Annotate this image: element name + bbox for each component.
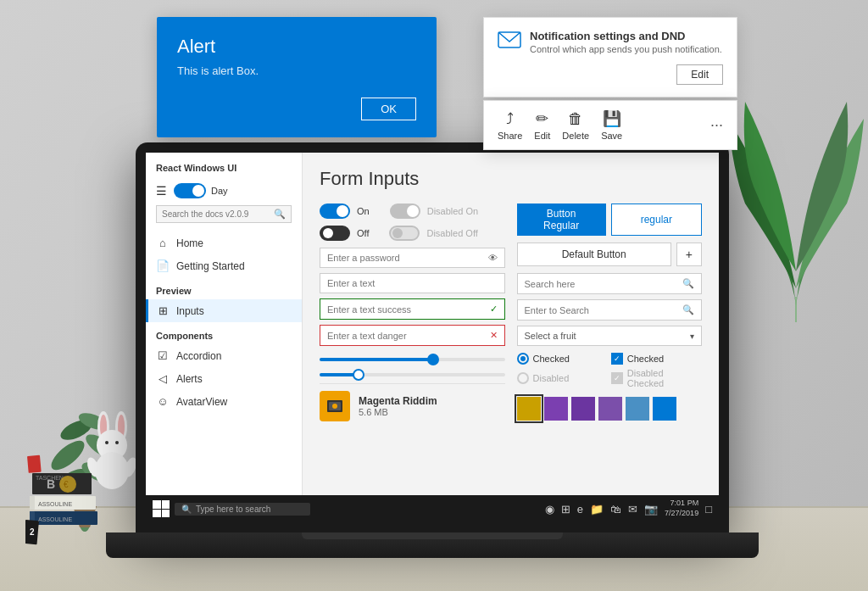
checkbox-disabled-checked: Disabled Checked — [611, 368, 702, 388]
day-toggle-wrap: Day — [174, 183, 228, 198]
sidebar: React Windows UI ☰ Day 🔍 ⌂ — [146, 153, 303, 522]
sidebar-item-alerts[interactable]: ◁ Alerts — [146, 367, 302, 390]
sidebar-item-avatarview[interactable]: ☺ AvatarView — [146, 390, 302, 413]
taskbar-multitask-icon[interactable]: ⊞ — [561, 503, 570, 516]
checkbox-checked-input[interactable] — [611, 353, 623, 365]
toggle-on[interactable] — [320, 204, 350, 219]
enter-search-icon: 🔍 — [682, 304, 694, 315]
button-default[interactable]: Default Button — [517, 243, 671, 266]
svg-text:€: € — [64, 480, 69, 489]
laptop-base — [106, 532, 759, 558]
svg-text:2: 2 — [30, 527, 35, 537]
toolbar-delete[interactable]: 🗑 Delete — [562, 110, 589, 141]
sidebar-item-inputs[interactable]: ⊞ Inputs — [146, 299, 302, 322]
search-icon: 🔍 — [274, 209, 286, 220]
button-plus[interactable]: + — [676, 243, 702, 266]
slider-1-fill — [320, 358, 431, 361]
toolbar-save[interactable]: 💾 Save — [601, 109, 622, 141]
swatch-blue1[interactable] — [626, 397, 649, 421]
radio-check-grid: Checked Checked Disabled — [517, 353, 703, 388]
svg-rect-22 — [30, 496, 35, 510]
toolbar-more-icon[interactable]: ··· — [710, 116, 723, 134]
toolbar-share-label: Share — [498, 131, 522, 141]
save-icon: 💾 — [603, 109, 621, 128]
svg-point-14 — [115, 441, 119, 444]
checkbox-checked-label: Checked — [627, 354, 664, 364]
toolbar-edit[interactable]: ✏ Edit — [534, 109, 550, 141]
password-input[interactable] — [327, 253, 488, 263]
sidebar-item-getting-started[interactable]: 📄 Getting Started — [146, 254, 302, 277]
toggle-disabled-off-ctrl — [389, 226, 420, 241]
toolbar-save-label: Save — [601, 131, 622, 141]
start-button[interactable] — [153, 500, 170, 517]
taskbar-edge-icon[interactable]: e — [577, 503, 583, 516]
svg-rect-29 — [27, 455, 42, 473]
buttons-row-1: Button Regular regular — [517, 204, 703, 236]
sidebar-search-input[interactable] — [162, 209, 274, 219]
radio-checked-input[interactable] — [517, 353, 529, 365]
slider-2-fill — [320, 373, 357, 376]
slider-2-track — [320, 373, 505, 376]
button-regular-outline[interactable]: regular — [611, 204, 702, 236]
taskbar-date: 7/27/2019 — [665, 509, 698, 519]
slider-2-wrap — [320, 373, 505, 376]
taskbar-folder-icon[interactable]: 📁 — [590, 503, 604, 516]
sidebar-item-home[interactable]: ⌂ Home — [146, 231, 302, 254]
radio-checked-label: Checked — [533, 354, 570, 364]
text-input[interactable] — [327, 278, 498, 288]
select-fruit[interactable]: Select a fruit ▾ — [517, 326, 703, 346]
notif-edit-button[interactable]: Edit — [676, 64, 723, 85]
button-regular[interactable]: Button Regular — [517, 204, 606, 236]
toggle-off[interactable] — [320, 226, 350, 241]
sidebar-avatarview-label: AvatarView — [176, 396, 227, 408]
slider-1-track — [320, 358, 505, 361]
taskbar-search-label: Type here to search — [196, 505, 270, 514]
success-input[interactable] — [327, 304, 490, 315]
toolbar-edit-label: Edit — [534, 131, 550, 141]
checkbox-disabled-input — [611, 372, 623, 384]
hamburger-icon[interactable]: ☰ — [156, 184, 167, 198]
taskbar-mail-icon[interactable]: ✉ — [628, 503, 637, 516]
svg-text:ASSOULINE: ASSOULINE — [38, 501, 72, 507]
taskbar-notification-icon[interactable]: □ — [705, 503, 712, 516]
toggle-off-row: Off Disabled Off — [320, 226, 505, 241]
swatch-purple3[interactable] — [598, 397, 622, 421]
day-toggle[interactable] — [174, 183, 206, 198]
main-content: Form Inputs On Disabl — [303, 153, 719, 522]
alert-title: Alert — [177, 36, 416, 58]
swatch-purple1[interactable] — [544, 397, 568, 421]
enter-search-input[interactable] — [525, 305, 683, 315]
svg-text:ASSOULINE: ASSOULINE — [38, 516, 72, 522]
toggle-on-label: On — [357, 206, 370, 216]
content-grid: On Disabled On Off — [320, 204, 702, 429]
list-item-icon — [320, 391, 350, 421]
swatch-gold[interactable] — [517, 397, 541, 421]
toggle-disabled-on-label: Disabled On — [427, 206, 479, 216]
checkbox-disabled-checked-label: Disabled Checked — [627, 368, 702, 388]
taskbar-cortana-icon[interactable]: ◉ — [545, 503, 554, 516]
taskbar-clock: 7:01 PM — [665, 499, 698, 509]
swatch-blue2[interactable] — [653, 397, 676, 421]
sidebar-brand: React Windows UI — [146, 163, 302, 180]
sidebar-inputs-label: Inputs — [176, 305, 204, 317]
toggle-on-row: On Disabled On — [320, 204, 505, 219]
edit-icon: ✏ — [536, 109, 548, 128]
slider-2-thumb[interactable] — [353, 369, 364, 381]
swatch-purple2[interactable] — [571, 397, 595, 421]
slider-1-thumb[interactable] — [427, 354, 439, 365]
taskbar-search-box[interactable]: 🔍 Type here to search — [175, 503, 310, 516]
chevron-down-icon: ▾ — [690, 332, 694, 341]
search-here-input[interactable] — [525, 279, 683, 289]
doc-icon: 📄 — [156, 259, 170, 272]
toolbar-share[interactable]: ⤴ Share — [498, 110, 522, 141]
taskbar-store-icon[interactable]: 🛍 — [610, 503, 621, 516]
enter-search-wrap: 🔍 — [517, 299, 703, 321]
password-input-wrap: 👁 — [320, 248, 505, 268]
danger-input[interactable] — [327, 331, 490, 341]
day-toggle-label: Day — [211, 186, 228, 196]
sidebar-item-accordion[interactable]: ☑ Accordion — [146, 344, 302, 367]
taskbar-icons: ◉ ⊞ e 📁 🛍 ✉ 📷 7:01 PM 7/27/2019 □ — [545, 499, 712, 518]
alert-ok-button[interactable]: OK — [361, 98, 416, 120]
taskbar-camera-icon[interactable]: 📷 — [644, 503, 658, 516]
sidebar-section-preview: Preview — [146, 277, 302, 299]
